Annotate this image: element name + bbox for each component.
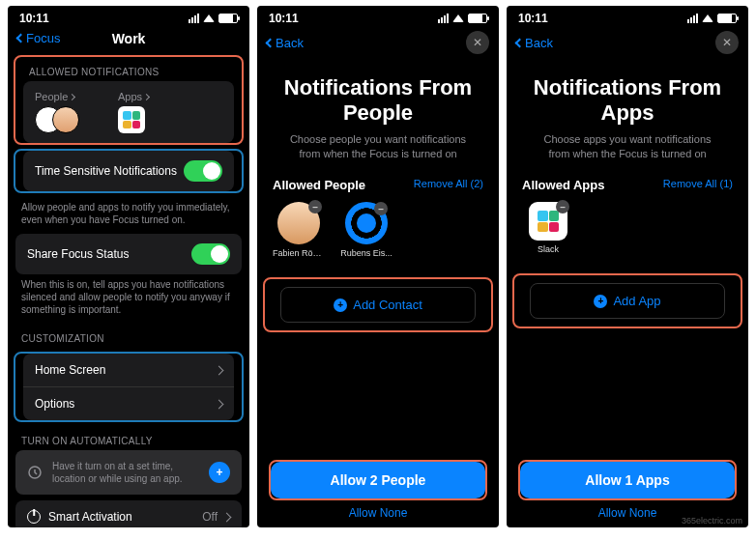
allowed-notifications-highlight: ALLOWED NOTIFICATIONS People Apps [14,55,244,145]
person-item[interactable]: – Fabien Röhl... [273,202,325,258]
status-time: 10:11 [269,12,299,25]
time-sensitive-highlight: Time Sensitive Notifications [14,149,244,193]
close-button[interactable]: ✕ [466,31,489,54]
chevron-right-icon [143,93,150,99]
remove-icon[interactable]: – [556,200,569,213]
avatar: – [277,202,320,244]
options-row[interactable]: Options [23,386,234,420]
notifications-people-screen: 10:11 Back ✕ Notifications From People C… [257,6,499,527]
allow-button-highlight: Allow 1 Apps [518,460,737,500]
chevron-right-icon [69,93,75,99]
clock-icon [27,465,43,480]
status-bar: 10:11 [507,6,748,27]
wifi-icon [452,14,464,22]
person-item[interactable]: – Rubens Eis... [340,202,393,258]
smart-activation-row[interactable]: Smart Activation Off [15,500,242,527]
remove-all-button[interactable]: Remove All (1) [663,178,733,192]
chevron-right-icon [215,365,224,375]
focus-work-screen: 10:11 Focus Work ALLOWED NOTIFICATIONS P… [8,6,249,527]
chevron-left-icon [266,38,276,47]
add-app-button[interactable]: + Add App [530,283,725,319]
plus-icon: + [334,298,347,312]
chevron-left-icon [515,38,525,47]
allowed-label: Allowed People [273,178,365,192]
add-contact-button[interactable]: + Add Contact [280,287,476,323]
chevron-right-icon [222,512,232,522]
allow-apps-button[interactable]: Allow 1 Apps [520,462,735,498]
toggle[interactable] [184,160,222,182]
share-focus-desc: When this is on, tell apps you have noti… [8,274,249,324]
nav-bar: Focus Work [8,27,249,53]
add-app-highlight: + Add App [512,273,742,328]
slack-icon [118,106,145,133]
allowed-people-list: – Fabien Röhl... – Rubens Eis... [257,198,499,268]
remove-icon[interactable]: – [374,202,388,215]
share-focus-row[interactable]: Share Focus Status [15,234,242,274]
allowed-notifications-card: People Apps [23,81,234,143]
allow-none-button[interactable]: Allow None [269,500,487,520]
section-header: TURN ON AUTOMATICALLY [8,426,249,450]
allow-people-button[interactable]: Allow 2 People [271,462,485,498]
time-sensitive-desc: Allow people and apps to notify you imme… [8,197,249,234]
battery-icon [468,14,487,23]
app-item[interactable]: – Slack [522,202,574,254]
page-title: Notifications From People [257,62,499,132]
home-screen-row[interactable]: Home Screen [23,354,234,386]
signal-icon [438,14,449,23]
chevron-right-icon [215,399,224,409]
status-icons [189,14,238,23]
status-time: 10:11 [19,12,49,25]
avatar: – [345,202,388,244]
page-desc: Choose people you want notifications fro… [257,132,499,171]
plus-icon: + [594,295,607,308]
battery-icon [218,14,238,23]
toggle[interactable] [191,243,230,265]
power-icon [27,510,41,524]
back-button[interactable]: Back [516,36,553,50]
close-button[interactable]: ✕ [715,31,739,54]
remove-all-button[interactable]: Remove All (2) [414,178,483,192]
signal-icon [687,14,698,23]
notifications-apps-screen: 10:11 Back ✕ Notifications From Apps Cho… [507,6,748,527]
chevron-left-icon [16,34,26,43]
time-sensitive-row[interactable]: Time Sensitive Notifications [23,151,234,191]
allow-button-highlight: Allow 2 People [269,460,487,500]
allowed-label: Allowed Apps [522,178,604,192]
status-bar: 10:11 [257,6,499,27]
status-bar: 10:11 [8,6,249,27]
customization-highlight: Home Screen Options [14,352,244,422]
wifi-icon [203,14,215,22]
remove-icon[interactable]: – [308,200,322,213]
back-button[interactable]: Focus [17,31,60,45]
allowed-apps-list: – Slack [507,198,748,264]
back-button[interactable]: Back [267,36,304,50]
people-row[interactable]: People [35,91,79,133]
battery-icon [717,14,737,23]
automation-add-row[interactable]: Have it turn on at a set time, location … [15,450,242,495]
plus-icon[interactable]: + [209,462,230,483]
section-header: CUSTOMIZATION [8,324,249,348]
watermark: 365electric.com [682,516,742,526]
status-time: 10:11 [518,12,548,25]
slack-icon: – [529,202,567,241]
section-header: ALLOWED NOTIFICATIONS [15,57,242,81]
page-title: Notifications From Apps [507,62,748,132]
add-contact-highlight: + Add Contact [263,277,493,332]
wifi-icon [702,14,713,22]
avatar [52,106,79,133]
signal-icon [189,14,199,23]
page-desc: Choose apps you want notifications from … [507,132,748,171]
apps-row[interactable]: Apps [118,91,149,133]
